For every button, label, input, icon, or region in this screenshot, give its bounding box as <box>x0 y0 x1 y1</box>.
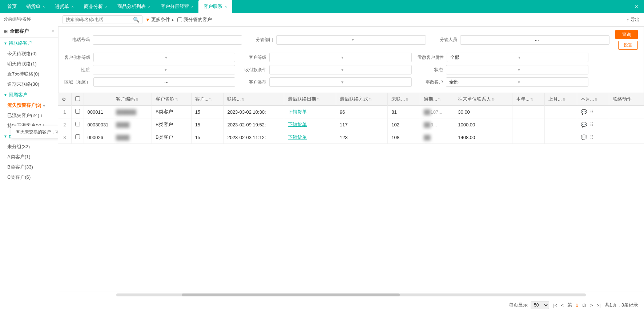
sidebar-item-label-churned: 已流失客户(24) <box>7 112 39 119</box>
group-title-review[interactable]: ▼ 回顾客户 <box>0 89 58 100</box>
filter-field-retail-attr: 零散客户属性 全部 ▼ <box>418 53 588 62</box>
sidebar-search-input[interactable] <box>4 16 58 21</box>
close-customer-layer-icon[interactable]: × <box>191 4 193 9</box>
sidebar-item-type-a[interactable]: A类客户(1) <box>0 152 58 162</box>
col-unit-contact[interactable]: 往来单位联系人⇅ <box>454 93 512 106</box>
filter-row-4: 区域（地区） ··· 客户类型 ▼ 零散客户 全部 <box>64 77 638 87</box>
group-title-pending[interactable]: ▼ 待联络客户 <box>0 38 58 49</box>
nav-label-customer-layer: 客户分层经营 <box>161 3 189 10</box>
close-customer-contact-icon[interactable]: × <box>225 4 227 9</box>
nav-item-customer-layer[interactable]: 客户分层经营 × <box>156 0 198 13</box>
close-all-button[interactable]: × <box>632 3 641 10</box>
col-last-month[interactable]: 上月...⇅ <box>544 93 577 106</box>
row2-chat-icon[interactable]: 💬 <box>581 122 587 127</box>
sidebar-item-tomorrow[interactable]: 明天待联络(1) <box>0 59 58 69</box>
filter-select-customer-level[interactable]: ▼ <box>269 53 412 62</box>
close-goods-analysis-list-icon[interactable]: × <box>148 4 150 9</box>
my-customers-checkbox[interactable] <box>177 17 182 22</box>
col-this-year[interactable]: 本年...⇅ <box>512 93 545 106</box>
row2-last-method[interactable]: 下销货单 <box>284 118 336 131</box>
search-input[interactable] <box>66 17 133 22</box>
filter-select-payment[interactable]: ▼ <box>269 65 412 74</box>
col-uncontacted[interactable]: 未联...⇅ <box>388 93 420 106</box>
close-purchase-icon[interactable]: × <box>71 4 73 9</box>
group-arrow-value: ▼ <box>4 134 7 138</box>
filter-field-region: 区域（地区） ··· <box>64 77 235 87</box>
row3-last-method[interactable]: 下销货单 <box>284 131 336 144</box>
row1-more-icon[interactable]: ⠿ <box>590 109 593 115</box>
sidebar-item-today[interactable]: 今天待联络(0) <box>0 49 58 59</box>
filter-label-price-level: 客户价格等级 <box>64 54 90 61</box>
my-customers-label: 我分管的客户 <box>184 16 212 23</box>
sidebar-item-overdue[interactable]: 逾期未联络(30) <box>0 79 58 89</box>
query-button[interactable]: 查询 <box>615 30 638 39</box>
filter-select-person[interactable]: ··· <box>460 35 609 45</box>
my-customers-checkbox-container: 我分管的客户 <box>177 16 212 23</box>
select-all-checkbox[interactable] <box>75 96 80 101</box>
nav-item-goods-analysis-list[interactable]: 商品分析列表 × <box>112 0 155 13</box>
export-button[interactable]: ↑ 导出 <box>627 16 640 23</box>
row1-last-method[interactable]: 下销货单 <box>284 106 336 118</box>
col-last-method[interactable]: 最后联络方式⇅ <box>336 93 388 106</box>
nav-item-home[interactable]: 首页 <box>3 0 21 13</box>
row1-chat-icon[interactable]: 💬 <box>581 109 587 115</box>
first-page-button[interactable]: |< <box>552 303 558 308</box>
col-code[interactable]: 客户编码⇅ <box>112 93 152 106</box>
row3-chat-icon[interactable]: 💬 <box>581 134 587 140</box>
sidebar-item-churned[interactable]: 已流失客户(24) ℹ <box>0 110 58 121</box>
sidebar-item-type-c[interactable]: C类客户(6) <box>0 172 58 182</box>
more-person-icon[interactable]: ··· <box>533 37 606 43</box>
horizontal-scrollbar[interactable] <box>116 293 586 296</box>
filter-select-customer-type[interactable]: ▼ <box>269 77 412 87</box>
settings-button[interactable]: 设置 <box>618 41 638 50</box>
sidebar-item-ungrouped[interactable]: 未分组(32) <box>0 142 58 152</box>
row3-unit-contact: ██ <box>420 131 454 144</box>
filter-select-nature[interactable]: ▼ <box>93 65 235 74</box>
sidebar-item-churn-warning[interactable]: 流失预警客户(3) ● <box>0 100 58 110</box>
nav-item-sales[interactable]: 销货单 × <box>21 0 50 13</box>
col-last-date[interactable]: 最后联络日期⇅ <box>284 93 336 106</box>
collapse-icon[interactable]: « <box>52 29 54 34</box>
filter-select-dept[interactable]: ▼ <box>276 35 426 45</box>
nav-item-goods-analysis[interactable]: 商品分析 × <box>79 0 112 13</box>
col-contact[interactable]: 联络...⇅ <box>224 93 284 106</box>
pagination: 每页显示 50 100 200 |< < 第 1 页 > >| 共1页，3条记录 <box>58 298 644 312</box>
prev-page-button[interactable]: < <box>560 303 565 308</box>
per-page-select[interactable]: 50 100 200 <box>531 301 549 309</box>
row2-checkbox[interactable] <box>75 122 80 126</box>
filter-select-status[interactable]: ▼ <box>446 65 588 74</box>
filter-select-retail-attr[interactable]: 全部 ▼ <box>447 53 588 62</box>
per-page-label: 每页显示 <box>509 302 528 308</box>
col-name[interactable]: 客户名称⇅ <box>152 93 191 106</box>
scrollbar-thumb[interactable] <box>182 293 400 296</box>
sort-code-icon: ⇅ <box>136 97 138 101</box>
close-goods-analysis-icon[interactable]: × <box>105 4 107 9</box>
col-settings[interactable]: ⚙ <box>58 93 71 106</box>
col-overdue[interactable]: 逾期...⇅ <box>420 93 454 106</box>
col-this-month[interactable]: 本月...⇅ <box>577 93 609 106</box>
filter-field-retail-customer: 零散客户 全部 ▼ <box>418 77 588 87</box>
filter-select-price-level[interactable]: ▼ <box>93 53 235 62</box>
nav-item-purchase[interactable]: 进货单 × <box>50 0 79 13</box>
close-sales-icon[interactable]: × <box>43 4 45 9</box>
filter-field-status: 状态 ▼ <box>418 65 588 74</box>
sidebar-item-label-type-a: A类客户(1) <box>7 154 31 160</box>
row3-checkbox[interactable] <box>75 134 80 139</box>
filter-label: 更多条件 <box>151 16 170 23</box>
filter-input-phone[interactable] <box>93 35 242 45</box>
row1-checkbox[interactable] <box>75 109 80 114</box>
all-customers-item[interactable]: ⊞ 全部客户 « <box>0 25 58 38</box>
row3-more-icon[interactable]: ⠿ <box>590 134 593 140</box>
filter-select-region[interactable]: ··· <box>93 77 235 87</box>
search-button[interactable]: 🔍 <box>133 17 139 23</box>
sidebar-item-week[interactable]: 近7天待联络(0) <box>0 69 58 79</box>
nav-item-customer-contact[interactable]: 客户联系 × <box>198 0 232 13</box>
more-region-icon[interactable]: ··· <box>163 79 232 85</box>
sidebar-item-type-b[interactable]: B类客户(33) <box>0 162 58 172</box>
next-page-button[interactable]: > <box>589 303 594 308</box>
col-type[interactable]: 客户...⇅ <box>191 93 224 106</box>
row2-more-icon[interactable]: ⠿ <box>590 122 593 127</box>
filter-button[interactable]: ▼ 更多条件 ▲ <box>145 16 174 23</box>
last-page-button[interactable]: >| <box>596 303 602 308</box>
filter-select-retail-customer[interactable]: 全部 ▼ <box>446 77 588 87</box>
